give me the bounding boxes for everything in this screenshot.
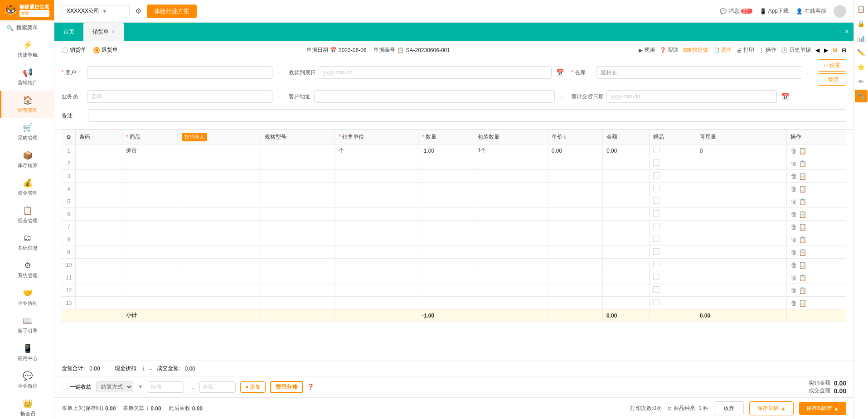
sidebar-item-marketing[interactable]: 📢 营销推广	[0, 63, 54, 91]
copy-icon-4[interactable]: 📋	[799, 185, 806, 193]
delete-icon-3[interactable]: 🗑	[790, 173, 797, 180]
copy-icon-7[interactable]: 📋	[799, 223, 806, 231]
row-unit-price-8[interactable]	[548, 233, 602, 246]
delete-icon-9[interactable]: 🗑	[790, 249, 797, 256]
delete-icon-10[interactable]: 🗑	[790, 261, 797, 269]
toolbar-select[interactable]: 📑 选单	[713, 46, 732, 54]
row-gift-6[interactable]	[649, 208, 696, 221]
row-gift-13[interactable]	[649, 297, 696, 309]
grid-view-icon[interactable]: ⊞	[833, 47, 837, 53]
scan-button[interactable]: 扫码录入	[182, 133, 207, 141]
row-gift-8[interactable]	[649, 233, 696, 246]
row-gift-5[interactable]	[649, 195, 696, 208]
row-unit-price-2[interactable]	[548, 157, 602, 170]
gift-checkbox-1[interactable]	[653, 147, 659, 153]
row-barcode-6[interactable]	[76, 208, 122, 221]
calendar-icon[interactable]: 📅	[330, 47, 337, 53]
row-quantity-2[interactable]	[418, 157, 474, 170]
copy-icon-6[interactable]: 📋	[799, 211, 806, 218]
expected-delivery-input[interactable]: yyyy-mm-dd	[606, 90, 777, 103]
row-unit-price-4[interactable]	[548, 183, 602, 195]
user-avatar[interactable]	[834, 5, 846, 18]
row-barcode-2[interactable]	[76, 157, 122, 170]
row-quantity-9[interactable]	[418, 246, 474, 259]
total-due-info-icon[interactable]: ℹ	[146, 405, 149, 412]
sidebar-item-sales[interactable]: 🏠 销售管理	[0, 91, 54, 118]
amount-input[interactable]: 金额	[199, 381, 236, 393]
copy-icon-12[interactable]: 📋	[799, 287, 806, 294]
account-input[interactable]: 账号	[148, 381, 184, 393]
row-unit-price-10[interactable]	[548, 259, 602, 271]
row-product-3[interactable]	[122, 170, 178, 183]
warehouse-dots[interactable]: ...	[807, 69, 811, 76]
gift-checkbox-6[interactable]	[653, 210, 659, 217]
row-quantity-13[interactable]	[418, 297, 474, 309]
row-product-10[interactable]	[122, 259, 178, 271]
row-barcode-1[interactable]	[76, 144, 122, 157]
gift-checkbox-5[interactable]	[653, 197, 659, 204]
sidebar-item-system[interactable]: ⚙ 系统管理	[0, 256, 54, 284]
row-quantity-3[interactable]	[418, 170, 474, 183]
account-dots[interactable]: ...	[190, 384, 195, 390]
sidebar-item-inventory[interactable]: 📦 库存核算	[0, 146, 54, 173]
row-unit-price-13[interactable]	[548, 297, 602, 309]
row-barcode-4[interactable]	[76, 183, 122, 195]
expense-split-button[interactable]: 费用分摊	[270, 381, 303, 393]
row-product-6[interactable]	[122, 208, 178, 221]
row-gift-4[interactable]	[649, 183, 696, 195]
row-product-12[interactable]	[122, 284, 178, 297]
notes-input[interactable]	[88, 109, 846, 122]
industry-solution-button[interactable]: 体验行业方案	[147, 5, 197, 18]
right-panel-item-7[interactable]: 🔧	[855, 90, 868, 102]
radio-return-order[interactable]: 退货单	[93, 46, 118, 54]
delete-icon-2[interactable]: 🗑	[790, 160, 797, 167]
cash-discount-info-icon[interactable]: ℹ	[142, 366, 145, 372]
row-gift-3[interactable]	[649, 170, 696, 183]
sidebar-item-purchase[interactable]: 🛒 采购管理	[0, 118, 54, 146]
gift-checkbox-3[interactable]	[653, 172, 659, 178]
tab-close-icon[interactable]: ×	[112, 29, 115, 35]
save-new-dropdown-icon[interactable]: ▲	[834, 405, 839, 412]
warehouse-input[interactable]: 建材仓	[596, 66, 802, 79]
row-barcode-9[interactable]	[76, 246, 122, 259]
sidebar-item-enterprise[interactable]: 🤝 企业协同	[0, 284, 54, 311]
row-product-4[interactable]	[122, 183, 178, 195]
th-scan-btn[interactable]: 扫码录入	[178, 130, 261, 144]
row-product-2[interactable]	[122, 157, 178, 170]
row-gift-7[interactable]	[649, 221, 696, 233]
copy-icon-5[interactable]: 📋	[799, 198, 806, 205]
delete-icon-1[interactable]: 🗑	[790, 147, 797, 154]
toolbar-shortcut[interactable]: ⌨ 快捷键	[683, 46, 708, 54]
toolbar-print[interactable]: 🖨 打印	[737, 46, 754, 54]
sidebar-item-basics[interactable]: 🗂 基础信息	[0, 229, 54, 256]
logistics-button[interactable]: + 物流	[818, 73, 846, 86]
copy-icon-1[interactable]: 📋	[799, 147, 806, 154]
gift-checkbox-9[interactable]	[653, 248, 659, 255]
copy-icon-3[interactable]: 📋	[799, 173, 806, 180]
copy-icon-10[interactable]: 📋	[799, 261, 806, 269]
gift-checkbox-13[interactable]	[653, 299, 659, 305]
save-new-button[interactable]: 保存&新增 ▲	[799, 402, 846, 415]
delete-icon-6[interactable]: 🗑	[790, 211, 797, 218]
row-barcode-11[interactable]	[76, 271, 122, 284]
row-barcode-10[interactable]	[76, 259, 122, 271]
row-barcode-8[interactable]	[76, 233, 122, 246]
row-product-13[interactable]	[122, 297, 178, 309]
row-product-8[interactable]	[122, 233, 178, 246]
row-barcode-5[interactable]	[76, 195, 122, 208]
delete-icon-13[interactable]: 🗑	[790, 299, 797, 307]
sidebar-item-quick-nav[interactable]: ⚡ 快捷导航	[0, 35, 54, 63]
customer-input[interactable]	[87, 66, 272, 79]
copy-icon-2[interactable]: 📋	[799, 160, 806, 167]
row-product-5[interactable]	[122, 195, 178, 208]
settlement-method-select[interactable]: 结算方式	[96, 381, 133, 392]
right-panel-item-1[interactable]: 📋	[855, 3, 868, 15]
toolbar-video[interactable]: ▶ 视频	[639, 46, 655, 54]
delete-icon-12[interactable]: 🗑	[790, 287, 797, 294]
row-barcode-7[interactable]	[76, 221, 122, 233]
delete-icon-4[interactable]: 🗑	[790, 185, 797, 193]
row-quantity-11[interactable]	[418, 271, 474, 284]
row-quantity-8[interactable]	[418, 233, 474, 246]
settings-button[interactable]: ⊙ 设置	[818, 59, 846, 72]
customer-address-input[interactable]	[314, 90, 555, 103]
